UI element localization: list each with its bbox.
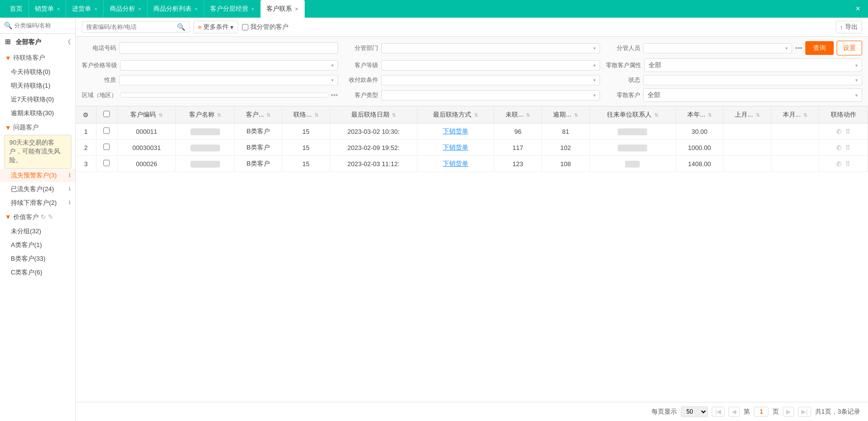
page-next-button[interactable]: ▶ (783, 407, 794, 417)
td-checkbox-2[interactable] (96, 140, 117, 156)
page-first-button[interactable]: |◀ (712, 407, 724, 417)
sort-uncontacted-icon: ⇅ (526, 112, 530, 118)
row-checkbox-2[interactable] (103, 144, 110, 150)
row-checkbox-1[interactable] (103, 127, 110, 134)
my-customers-checkbox[interactable] (242, 24, 248, 30)
filter-select-status[interactable]: ▾ (643, 75, 862, 85)
sidebar-item-churn-warning[interactable]: 流失预警客户(3) ℹ (0, 169, 75, 182)
sidebar-section-value[interactable]: ▼ 价值客户 ↻ ✎ (0, 210, 75, 224)
filter-select-region[interactable] (120, 93, 329, 98)
filter-select-dept[interactable]: ▾ (381, 43, 600, 53)
col-last-date[interactable]: 最后联络日期 ⇅ (330, 106, 417, 124)
refresh-value-icon[interactable]: ↻ (41, 213, 46, 221)
my-customers-checkbox-label[interactable]: 我分管的客户 (242, 23, 289, 31)
col-settings[interactable]: ⚙ (76, 106, 96, 124)
col-code[interactable]: 客户编码 ⇅ (118, 106, 176, 124)
contact-icon-2[interactable]: ✆ (836, 144, 842, 151)
col-uncontacted[interactable]: 未联... ⇅ (494, 106, 542, 124)
filter-select-customer-level[interactable]: ▾ (381, 60, 600, 71)
col-overdue[interactable]: 逾期... ⇅ (542, 106, 590, 124)
sidebar-item-class-c[interactable]: C类客户(6) (0, 266, 75, 279)
more-icon-1[interactable]: ⠿ (845, 128, 850, 135)
sidebar-item-7days[interactable]: 近7天待联络(0) (0, 93, 75, 106)
nav-item-analysis[interactable]: 商品分析 × (104, 0, 147, 18)
more-icon-3[interactable]: ⠿ (845, 160, 850, 168)
row-checkbox-3[interactable] (103, 160, 110, 166)
link-method-3[interactable]: 下销货单 (443, 160, 468, 167)
filter-label-phone: 电话号码 (82, 44, 116, 52)
col-last-month[interactable]: 上月... ⇅ (723, 106, 772, 124)
page-number-input[interactable] (754, 407, 769, 417)
nav-item-customer-contact[interactable]: 客户联系 × (261, 0, 304, 18)
page-prev-button[interactable]: ◀ (728, 407, 740, 417)
col-this-month[interactable]: 本月... ⇅ (771, 106, 819, 124)
page-size-select[interactable]: 50 10 20 100 (681, 406, 708, 417)
close-customer-tier-icon[interactable]: × (251, 6, 254, 12)
filter-select-customer-type[interactable]: ▾ (381, 90, 600, 100)
settings-button[interactable]: 设置 (837, 41, 862, 55)
td-checkbox-1[interactable] (96, 124, 117, 140)
sidebar-item-tomorrow[interactable]: 明天待联络(1) (0, 79, 75, 93)
sidebar-item-today[interactable]: 今天待联络(0) (0, 65, 75, 79)
td-last-method-1[interactable]: 下销货单 (417, 124, 494, 140)
close-analysis-icon[interactable]: × (138, 6, 141, 12)
col-type[interactable]: 客户... ⇅ (234, 106, 282, 124)
page-last-button[interactable]: ▶| (798, 407, 811, 417)
filter-input-phone[interactable] (119, 42, 338, 54)
contact-icon-1[interactable]: ✆ (836, 128, 842, 135)
sidebar-all-customers[interactable]: ⊞ 全部客户 《 (0, 34, 75, 50)
toolbar-search-icon[interactable]: 🔍 (177, 23, 185, 31)
sidebar-section-pending[interactable]: ▼ 待联络客户 (0, 50, 75, 65)
col-last-method[interactable]: 最后联络方式 ⇅ (417, 106, 494, 124)
sidebar-item-declining[interactable]: 持续下滑客户(2) ℹ (0, 196, 75, 210)
nav-item-analysis-list[interactable]: 商品分析列表 × (147, 0, 204, 18)
td-name-2 (176, 140, 234, 156)
nav-item-home[interactable]: 首页 (4, 0, 29, 18)
sidebar-search-input[interactable] (14, 22, 72, 29)
toolbar-search-input[interactable] (86, 24, 175, 30)
select-all-checkbox[interactable] (103, 111, 110, 117)
query-button[interactable]: 查询 (805, 41, 834, 55)
sidebar-item-class-a[interactable]: A类客户(1) (0, 238, 75, 252)
nav-item-purchase[interactable]: 进货单 × (66, 0, 103, 18)
close-customer-contact-icon[interactable]: × (295, 6, 298, 12)
td-last-method-2[interactable]: 下销货单 (417, 140, 494, 156)
more-icon-2[interactable]: ⠿ (845, 144, 850, 151)
col-contacts[interactable]: 联络... ⇅ (282, 106, 330, 124)
nav-item-sales[interactable]: 销货单 × (29, 0, 66, 18)
filter-select-person[interactable]: ▾ (643, 43, 792, 53)
col-this-year[interactable]: 本年... ⇅ (675, 106, 723, 124)
col-name[interactable]: 客户名称 ⇅ (176, 106, 234, 124)
sidebar-item-ungrouped[interactable]: 未分组(32) (0, 224, 75, 238)
td-checkbox-3[interactable] (96, 156, 117, 172)
filter-label-region: 区域（地区） (82, 91, 117, 99)
close-sales-icon[interactable]: × (57, 6, 60, 12)
close-purchase-icon[interactable]: × (94, 6, 97, 12)
info-churned-icon: ℹ (69, 186, 71, 192)
filter-select-retail-attr[interactable]: 全部 ▾ (644, 58, 862, 72)
filter-dots-region[interactable]: ••• (331, 91, 338, 99)
filter-select-payment[interactable]: ▾ (381, 75, 600, 85)
filter-btn[interactable]: ≡ 更多条件 ▾ (193, 21, 238, 33)
filter-select-nature[interactable]: ▾ (119, 75, 338, 85)
col-checkbox[interactable] (96, 106, 117, 124)
link-method-1[interactable]: 下销货单 (443, 127, 468, 135)
filter-dots-person[interactable]: ••• (795, 44, 802, 52)
td-overdue-2: 102 (542, 140, 590, 156)
sidebar-item-churned[interactable]: 已流失客户(24) ℹ (0, 182, 75, 196)
nav-item-customer-tier[interactable]: 客户分层经营 × (204, 0, 261, 18)
filter-select-price-level[interactable]: ▾ (120, 60, 338, 71)
td-contact-person-1 (589, 124, 675, 140)
close-analysis-list-icon[interactable]: × (194, 6, 197, 12)
sidebar-section-problem[interactable]: ▼ 问题客户 (0, 120, 75, 135)
td-last-method-3[interactable]: 下销货单 (417, 156, 494, 172)
filter-select-retail-customer[interactable]: 全部 ▾ (643, 88, 862, 102)
sidebar-item-class-b[interactable]: B类客户(33) (0, 252, 75, 266)
col-contact-person[interactable]: 往来单位联系人 ⇅ (589, 106, 675, 124)
sidebar-item-overdue[interactable]: 逾期未联络(30) (0, 106, 75, 120)
edit-value-icon[interactable]: ✎ (48, 213, 53, 221)
contact-icon-3[interactable]: ✆ (836, 160, 842, 168)
close-all-button[interactable]: × (852, 4, 864, 13)
link-method-2[interactable]: 下销货单 (443, 144, 468, 151)
export-button[interactable]: ↑ 导出 (836, 21, 863, 33)
